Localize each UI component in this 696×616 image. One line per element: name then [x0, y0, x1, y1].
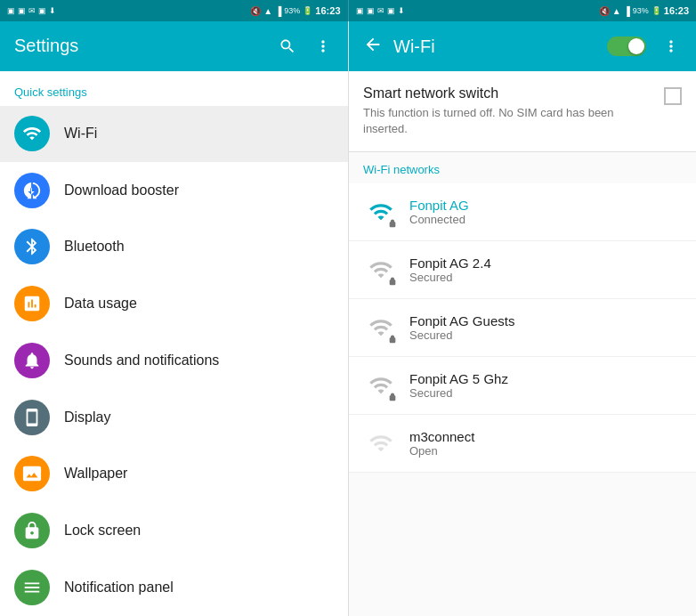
mute-icon: 🔇 [250, 6, 261, 16]
fonpit-ag-5ghz-status: Secured [409, 386, 682, 400]
wifi-network-icon-fonpit-ag-guests [363, 310, 399, 345]
wifi-network-list: Fonpit AG Connected Fonpit AG 2.4 Secure… [349, 183, 696, 616]
notification-panel-label: Notification panel [64, 580, 174, 596]
fonpit-ag-5ghz-name: Fonpit AG 5 Ghz [409, 371, 682, 386]
battery-right: 93% [633, 6, 649, 15]
quick-settings-label: Quick settings [0, 71, 348, 106]
app-icon-3: ⬇ [49, 6, 56, 15]
email-icon: ✉ [28, 6, 36, 15]
search-button[interactable] [277, 36, 298, 57]
settings-item-download-booster[interactable]: Download booster [0, 162, 348, 219]
battery-icon-right: 🔋 [651, 6, 661, 15]
bluetooth-icon [14, 229, 50, 264]
wallpaper-icon [14, 456, 50, 491]
m3connect-status: Open [409, 444, 682, 458]
wifi-network-icon-fonpit-ag-24 [363, 252, 399, 288]
app-icon-r2: ▣ [387, 6, 395, 15]
wifi-networks-label: Wi-Fi networks [349, 152, 696, 183]
wifi-network-fonpit-ag[interactable]: Fonpit AG Connected [349, 183, 696, 241]
notification-icon: ▣ [7, 6, 15, 15]
status-bar-left: ▣ ▣ ✉ ▣ ⬇ [7, 6, 56, 15]
battery-left: 93% [284, 6, 300, 15]
display-label: Display [64, 409, 110, 426]
signal-bars-icon: ▐ [275, 6, 281, 16]
fonpit-ag-name: Fonpit AG [409, 198, 682, 213]
wifi-panel: Wi-Fi Smart network switch This function… [348, 21, 696, 616]
app-icon-r3: ⬇ [398, 6, 405, 15]
settings-item-sounds[interactable]: Sounds and notifications [0, 333, 348, 390]
notification-panel-icon [14, 570, 50, 605]
app-icon-1: ▣ [18, 6, 26, 15]
smart-network-checkbox[interactable] [664, 87, 682, 105]
settings-item-wallpaper[interactable]: Wallpaper [0, 446, 348, 503]
notification-icon-r: ▣ [356, 6, 364, 15]
wifi-network-fonpit-ag-guests[interactable]: Fonpit AG Guests Secured [349, 299, 696, 357]
lockscreen-icon [14, 513, 50, 548]
app-icon-r1: ▣ [367, 6, 375, 15]
time-right: 16:23 [664, 5, 689, 16]
sounds-icon [14, 343, 50, 378]
wifi-network-m3connect[interactable]: m3connect Open [349, 415, 696, 473]
settings-item-bluetooth[interactable]: Bluetooth [0, 219, 348, 276]
data-usage-label: Data usage [64, 296, 137, 312]
m3connect-name: m3connect [409, 429, 682, 444]
settings-title: Settings [14, 36, 277, 56]
battery-icon-left: 🔋 [303, 6, 312, 15]
download-booster-label: Download booster [64, 182, 179, 199]
smart-network-desc: This function is turned off. No SIM card… [363, 105, 650, 137]
wallpaper-label: Wallpaper [64, 466, 127, 482]
settings-item-wifi[interactable]: Wi-Fi [0, 106, 348, 163]
wifi-icon [14, 116, 50, 151]
smart-network-section: Smart network switch This function is tu… [349, 71, 696, 152]
wifi-title: Wi-Fi [393, 36, 607, 57]
wifi-label: Wi-Fi [64, 126, 97, 142]
settings-item-data-usage[interactable]: Data usage [0, 276, 348, 333]
wifi-toggle[interactable] [607, 36, 646, 56]
fonpit-ag-guests-name: Fonpit AG Guests [409, 313, 682, 328]
sounds-label: Sounds and notifications [64, 353, 219, 369]
bluetooth-label: Bluetooth [64, 239, 125, 255]
wifi-network-fonpit-ag-24[interactable]: Fonpit AG 2.4 Secured [349, 241, 696, 299]
settings-panel: Settings Quick settings [0, 21, 348, 616]
app-icon-2: ▣ [38, 6, 46, 15]
settings-item-lockscreen[interactable]: Lock screen [0, 503, 348, 560]
fonpit-ag-24-status: Secured [409, 271, 682, 284]
fonpit-ag-status: Connected [409, 213, 682, 226]
signal-bars-icon-r: ▐ [624, 6, 630, 16]
settings-appbar: Settings [0, 21, 348, 71]
settings-item-notification-panel[interactable]: Notification panel [0, 559, 348, 616]
fonpit-ag-24-name: Fonpit AG 2.4 [409, 255, 682, 271]
wifi-signal-icon-r: ▲ [612, 6, 621, 16]
wifi-more-options-button[interactable] [660, 36, 682, 57]
fonpit-ag-guests-status: Secured [409, 328, 682, 342]
more-options-button[interactable] [312, 36, 334, 57]
wifi-network-icon-fonpit-ag-5ghz [363, 368, 399, 403]
download-booster-icon [14, 173, 50, 208]
smart-network-title: Smart network switch [363, 85, 650, 101]
settings-item-display[interactable]: Display [0, 389, 348, 446]
wifi-signal-icon: ▲ [263, 6, 272, 16]
mute-icon-r: 🔇 [599, 6, 610, 16]
status-bar-right: ▣ ▣ ✉ ▣ ⬇ [356, 6, 405, 15]
wifi-network-icon-m3connect [363, 426, 399, 461]
back-button[interactable] [363, 35, 383, 59]
wifi-appbar: Wi-Fi [349, 21, 696, 71]
wifi-network-fonpit-ag-5ghz[interactable]: Fonpit AG 5 Ghz Secured [349, 357, 696, 415]
wifi-network-icon-fonpit-ag [363, 194, 399, 230]
email-icon-r: ✉ [377, 6, 384, 15]
display-icon [14, 400, 50, 435]
lockscreen-label: Lock screen [64, 523, 141, 539]
data-usage-icon [14, 286, 50, 321]
time-left: 16:23 [315, 5, 340, 16]
